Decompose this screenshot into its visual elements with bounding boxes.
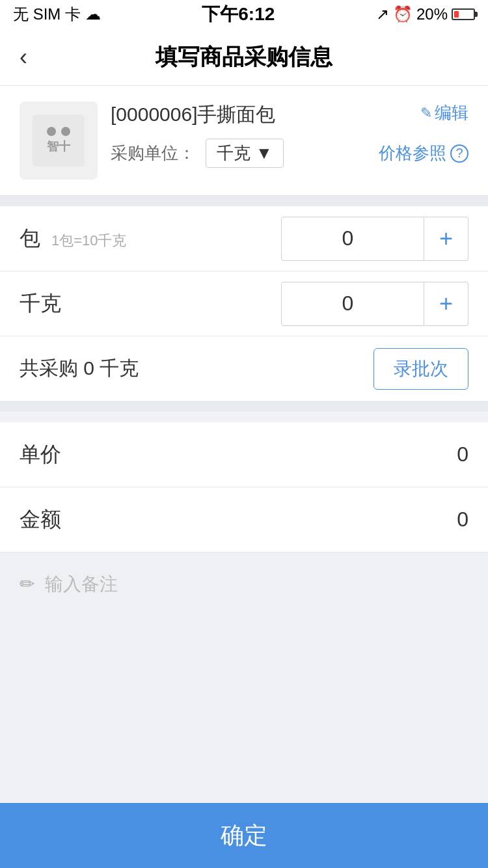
section-divider-1 <box>0 196 488 206</box>
bag-input-wrap: + <box>281 217 468 261</box>
page-title: 填写商品采购信息 <box>156 42 332 72</box>
nav-bar: ‹ 填写商品采购信息 <box>0 29 488 86</box>
location-icon: ↗ <box>376 5 389 23</box>
status-left: 无 SIM 卡 ☁ <box>13 4 101 25</box>
unit-price-label: 单价 <box>20 441 457 469</box>
kg-input-row: 千克 + <box>0 271 488 336</box>
total-text: 共采购 0 千克 <box>20 355 139 382</box>
amount-row: 金额 0 <box>0 487 488 552</box>
product-name-row: [0000006]手撕面包 ✎ 编辑 <box>111 102 468 128</box>
kg-input-wrap: + <box>281 282 468 326</box>
amount-label: 金额 <box>20 506 457 534</box>
logo-eye-right <box>61 127 70 136</box>
bag-label: 包 1包=10千克 <box>20 224 281 253</box>
pencil-icon: ✏ <box>20 573 34 595</box>
product-logo: 智十 <box>33 115 85 167</box>
bag-sub-label: 1包=10千克 <box>51 232 127 249</box>
section-divider-2 <box>0 401 488 412</box>
status-right: ↗ ⏰ 20% <box>376 5 475 23</box>
unit-dropdown[interactable]: 千克 ▼ <box>206 139 284 168</box>
edit-icon: ✎ <box>420 105 432 122</box>
confirm-button[interactable]: 确定 <box>0 803 488 868</box>
status-time: 下午6:12 <box>202 2 275 27</box>
record-batch-button[interactable]: 录批次 <box>373 348 468 390</box>
bag-input[interactable] <box>281 217 424 261</box>
unit-price-row: 单价 0 <box>0 422 488 487</box>
kg-label: 千克 <box>20 290 281 318</box>
logo-eyes <box>47 127 70 136</box>
unit-value: 千克 <box>217 142 251 165</box>
alarm-icon: ⏰ <box>393 5 413 23</box>
edit-button[interactable]: ✎ 编辑 <box>420 102 468 124</box>
logo-eye-left <box>47 127 56 136</box>
battery-icon <box>452 8 475 20</box>
kg-plus-button[interactable]: + <box>424 282 468 326</box>
purchase-unit-label: 采购单位： <box>111 142 195 165</box>
product-card: 智十 [0000006]手撕面包 ✎ 编辑 采购单位： 千克 ▼ <box>0 86 488 196</box>
status-bar: 无 SIM 卡 ☁ 下午6:12 ↗ ⏰ 20% <box>0 0 488 29</box>
total-section: 共采购 0 千克 录批次 <box>0 336 488 401</box>
product-name: [0000006]手撕面包 <box>111 102 275 128</box>
price-ref-button[interactable]: 价格参照 ? <box>379 142 468 165</box>
amount-value: 0 <box>457 508 468 532</box>
help-icon: ? <box>450 144 468 163</box>
price-section: 单价 0 金额 0 <box>0 422 488 552</box>
battery-percent: 20% <box>416 5 448 23</box>
input-section: 包 1包=10千克 + 千克 + <box>0 206 488 336</box>
product-image: 智十 <box>20 102 98 180</box>
bag-plus-button[interactable]: + <box>424 217 468 261</box>
purchase-unit-row: 采购单位： 千克 ▼ 价格参照 ? <box>111 139 468 168</box>
product-info: [0000006]手撕面包 ✎ 编辑 采购单位： 千克 ▼ 价格参照 ? <box>111 102 468 168</box>
remark-placeholder: 输入备注 <box>45 572 118 597</box>
kg-input[interactable] <box>281 282 424 326</box>
confirm-button-label: 确定 <box>221 820 267 852</box>
logo-text: 智十 <box>47 139 70 154</box>
back-button[interactable]: ‹ <box>20 44 27 71</box>
remark-section[interactable]: ✏ 输入备注 <box>0 552 488 631</box>
bag-input-row: 包 1包=10千克 + <box>0 206 488 271</box>
dropdown-arrow: ▼ <box>256 143 273 163</box>
unit-price-value: 0 <box>457 442 468 467</box>
